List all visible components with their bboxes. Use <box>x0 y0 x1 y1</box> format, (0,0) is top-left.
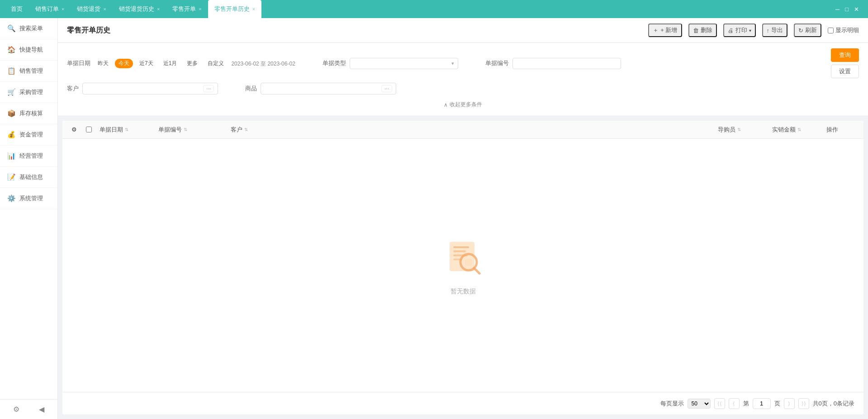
sidebar-item-system[interactable]: ⚙️系统管理 <box>0 188 57 209</box>
col-header-guide[interactable]: 导购员 ⇅ <box>714 126 768 134</box>
sidebar-item-search[interactable]: 🔍搜索采单 <box>0 18 57 39</box>
goods-input[interactable]: ··· <box>261 83 396 94</box>
display-detail-input[interactable] <box>828 28 834 33</box>
nav-tab-sales-return[interactable]: 销货退货× <box>71 0 112 18</box>
settings-button[interactable]: 设置 <box>831 65 859 78</box>
print-icon: 🖨 <box>728 27 734 34</box>
nav-tab-retail-open[interactable]: 零售开单× <box>166 0 208 18</box>
doc-type-label: 单据类型 <box>323 59 346 67</box>
tab-close-retail-open[interactable]: × <box>199 6 201 12</box>
tab-close-sales-order[interactable]: × <box>62 6 64 12</box>
customer-dots-icon[interactable]: ··· <box>203 85 214 92</box>
refresh-button[interactable]: ↻ 刷新 <box>794 24 821 37</box>
sidebar-label-sales-mgmt: 销售管理 <box>19 67 43 75</box>
collapse-row[interactable]: ∧ 收起更多条件 <box>67 99 859 110</box>
date-option-last-month[interactable]: 近1月 <box>160 59 181 68</box>
date-option-custom[interactable]: 自定义 <box>204 59 228 68</box>
prev-page-button[interactable]: ⟨ <box>729 398 740 409</box>
date-options: 昨天今天近7天近1月更多自定义 <box>94 59 228 68</box>
sidebar-icon-business: 📊 <box>7 152 16 160</box>
display-detail-checkbox[interactable]: 显示明细 <box>828 26 859 34</box>
date-label: 单据日期 <box>67 59 90 67</box>
sidebar-label-business: 经营管理 <box>19 152 43 160</box>
date-option-more[interactable]: 更多 <box>183 59 201 68</box>
tab-close-retail-history[interactable]: × <box>252 6 255 12</box>
select-all-checkbox[interactable] <box>86 127 92 132</box>
empty-illustration <box>441 235 486 280</box>
table-header: ⚙ 单据日期 ⇅ 单据编号 ⇅ 客户 ⇅ 导购员 ⇅ <box>62 121 863 139</box>
date-option-today[interactable]: 今天 <box>115 59 133 68</box>
sidebar-icon-sales-mgmt: 📋 <box>7 67 16 75</box>
svg-rect-2 <box>453 250 466 252</box>
main-layout: 🔍搜索采单🏠快捷导航📋销售管理🛒采购管理📦库存核算💰资金管理📊经营管理📝基础信息… <box>0 18 868 419</box>
col-header-amount[interactable]: 实销金额 ⇅ <box>768 126 823 134</box>
table-select-all[interactable] <box>81 127 96 132</box>
doc-type-select[interactable]: ▾ <box>350 58 458 69</box>
table-area: ⚙ 单据日期 ⇅ 单据编号 ⇅ 客户 ⇅ 导购员 ⇅ <box>62 121 863 414</box>
print-arrow-icon: ▾ <box>749 28 751 33</box>
last-page-button[interactable]: ⟩⟩ <box>798 398 809 409</box>
doc-type-filter: 单据类型 ▾ <box>323 58 458 69</box>
collapse-sidebar-icon[interactable]: ◀ <box>39 405 44 414</box>
sidebar-item-sales-mgmt[interactable]: 📋销售管理 <box>0 61 57 82</box>
col-header-date[interactable]: 单据日期 ⇅ <box>96 126 155 134</box>
settings-gear-icon[interactable]: ⚙ <box>13 405 19 414</box>
sidebar-item-purchase-mgmt[interactable]: 🛒采购管理 <box>0 82 57 103</box>
goods-filter: 商品 ··· <box>245 83 396 94</box>
sidebar-icon-purchase-mgmt: 🛒 <box>7 88 16 96</box>
query-button[interactable]: 查询 <box>831 48 859 62</box>
next-page-button[interactable]: ⟩ <box>784 398 795 409</box>
col-header-num[interactable]: 单据编号 ⇅ <box>155 126 227 134</box>
page-header: 零售开单历史 ＋ + 新增 🗑 删除 🖨 打印 ▾ <box>58 18 868 43</box>
page-input[interactable] <box>753 398 771 409</box>
add-icon: ＋ <box>653 26 659 34</box>
svg-line-6 <box>474 268 479 273</box>
date-sort-icon: ⇅ <box>125 127 128 132</box>
date-option-last7[interactable]: 近7天 <box>136 59 157 68</box>
delete-button[interactable]: 🗑 删除 <box>688 24 717 37</box>
customer-sort-icon: ⇅ <box>244 127 248 132</box>
tab-close-sales-return-history[interactable]: × <box>157 6 160 12</box>
nav-tab-home[interactable]: 首页 <box>5 0 29 18</box>
col-header-customer[interactable]: 客户 ⇅ <box>227 126 714 134</box>
table-settings-icon[interactable]: ⚙ <box>67 126 81 133</box>
sidebar-item-base-info[interactable]: 📝基础信息 <box>0 167 57 188</box>
action-buttons: 查询 设置 <box>831 48 859 78</box>
svg-rect-1 <box>453 246 469 248</box>
guide-sort-icon: ⇅ <box>737 127 741 132</box>
add-button[interactable]: ＋ + 新增 <box>648 24 682 37</box>
customer-label: 客户 <box>67 85 79 93</box>
per-page-select[interactable]: 50 100 200 <box>688 399 711 409</box>
date-option-yesterday[interactable]: 昨天 <box>94 59 112 68</box>
first-page-button[interactable]: ⟨⟨ <box>714 398 725 409</box>
nav-tab-retail-history[interactable]: 零售开单历史× <box>208 0 261 18</box>
sidebar-item-inventory[interactable]: 📦库存核算 <box>0 103 57 124</box>
goods-dots-icon[interactable]: ··· <box>381 85 392 92</box>
close-button[interactable]: ✕ <box>854 6 859 13</box>
export-button[interactable]: ↑ 导出 <box>762 24 788 37</box>
doc-type-arrow-icon: ▾ <box>451 61 454 66</box>
customer-input[interactable]: ··· <box>82 83 218 94</box>
page-title: 零售开单历史 <box>67 26 110 35</box>
nav-tab-sales-return-history[interactable]: 销货退货历史× <box>113 0 166 18</box>
sidebar-icon-base-info: 📝 <box>7 173 16 181</box>
tab-close-sales-return[interactable]: × <box>103 6 106 12</box>
export-icon: ↑ <box>767 27 770 34</box>
sidebar-item-business[interactable]: 📊经营管理 <box>0 146 57 167</box>
col-header-action: 操作 <box>823 126 859 134</box>
sidebar-item-quick-nav[interactable]: 🏠快捷导航 <box>0 39 57 61</box>
date-filter-group: 单据日期 昨天今天近7天近1月更多自定义 2023-06-02 至 2023-0… <box>67 59 295 68</box>
page-title-bar: 零售开单历史 ＋ + 新增 🗑 删除 🖨 打印 ▾ <box>67 24 859 37</box>
empty-text: 暂无数据 <box>451 287 476 296</box>
nav-tab-sales-order[interactable]: 销售订单× <box>29 0 71 18</box>
delete-icon: 🗑 <box>693 27 699 34</box>
filter-row-2: 客户 ··· 商品 ··· <box>67 83 859 94</box>
sidebar-item-finance[interactable]: 💰资金管理 <box>0 124 57 146</box>
content-area: 零售开单历史 ＋ + 新增 🗑 删除 🖨 打印 ▾ <box>58 18 868 419</box>
doc-num-input[interactable] <box>512 58 621 69</box>
top-navigation: 首页销售订单×销货退货×销货退货历史×零售开单×零售开单历史× ─ □ ✕ <box>0 0 868 18</box>
print-button[interactable]: 🖨 打印 ▾ <box>723 24 756 37</box>
minimize-button[interactable]: ─ <box>835 6 840 13</box>
sidebar-label-finance: 资金管理 <box>19 131 43 139</box>
maximize-button[interactable]: □ <box>845 6 849 13</box>
